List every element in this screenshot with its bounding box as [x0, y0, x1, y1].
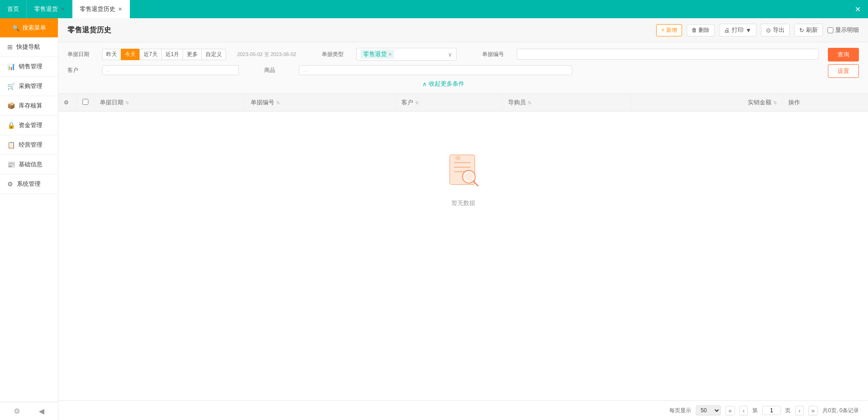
- col-checkbox: [77, 94, 94, 112]
- empty-state: 暂无数据: [58, 112, 868, 244]
- export-button[interactable]: ⊙ 导出: [761, 24, 790, 36]
- header-actions: + 新增 🗑 删除 🖨 打印 ▼ ⊙ 导出 ↻ 刷新 显示明细: [656, 24, 859, 36]
- quick-nav-icon: ⊞: [7, 43, 13, 51]
- top-bar: 首页 零售退货 ✕ 零售退货历史 ✕ ✕: [0, 0, 868, 18]
- last-page-button[interactable]: »: [808, 406, 818, 415]
- tab-retail-return-history[interactable]: 零售退货历史 ✕: [72, 0, 130, 18]
- goods-dots: ...: [303, 67, 308, 73]
- col-gear[interactable]: ⚙: [58, 94, 77, 112]
- tab-retail-return-close[interactable]: ✕: [61, 6, 65, 12]
- customer-filter-label: 客户: [67, 67, 95, 74]
- sidebar-menu: ⊞ 快捷导航 📊 销售管理 🛒 采购管理 📦 库存核算 🔒 资金管理 📋: [0, 37, 58, 402]
- date-sort-icon: ⇅: [125, 100, 129, 105]
- empty-illustration: [441, 148, 486, 194]
- col-action: 操作: [782, 94, 868, 112]
- doc-type-filter-label: 单据类型: [322, 51, 349, 58]
- print-icon: 🖨: [724, 27, 730, 34]
- sidebar-settings-button[interactable]: ⚙: [14, 407, 20, 415]
- date-btn-more[interactable]: 更多: [183, 49, 201, 60]
- sidebar-item-finance[interactable]: 🔒 资金管理: [0, 116, 58, 135]
- tab-home[interactable]: 首页: [0, 0, 27, 18]
- empty-text: 暂无数据: [452, 199, 475, 207]
- col-date[interactable]: 单据日期 ⇅: [94, 94, 245, 112]
- doc-type-tag: 零售退货 ×: [360, 50, 394, 59]
- per-page-label: 每页显示: [669, 407, 691, 415]
- sidebar-item-operations[interactable]: 📋 经营管理: [0, 135, 58, 155]
- doc-type-select[interactable]: 零售退货 × ∨: [356, 48, 457, 61]
- search-icon: 🔍: [12, 25, 20, 31]
- doc-no-filter-label: 单据编号: [482, 51, 509, 58]
- prev-page-button[interactable]: ‹: [740, 406, 748, 415]
- print-button[interactable]: 🖨 打印 ▼: [719, 24, 756, 36]
- page-unit-label: 页: [785, 407, 791, 415]
- new-button[interactable]: + 新增: [656, 24, 682, 36]
- sidebar-bottom: ⚙ ◀: [0, 402, 58, 420]
- sidebar: 🔍 搜索菜单 ⊞ 快捷导航 📊 销售管理 🛒 采购管理 📦 库存核算 🔒: [0, 18, 58, 420]
- filter-row-2: 客户 ... 商品 ...: [67, 65, 819, 75]
- date-btn-today[interactable]: 今天: [121, 49, 139, 60]
- tab-retail-return[interactable]: 零售退货 ✕: [27, 0, 72, 18]
- finance-icon: 🔒: [7, 122, 15, 129]
- filter-right-buttons: 查询 设置: [828, 48, 859, 78]
- sidebar-item-quick-nav[interactable]: ⊞ 快捷导航: [0, 37, 58, 57]
- refresh-icon: ↻: [799, 27, 804, 34]
- date-filter-buttons: 昨天 今天 近7天 近1月 更多 自定义: [102, 49, 226, 60]
- data-table: ⚙ 单据日期 ⇅ 单据编号: [58, 94, 868, 112]
- basic-info-icon: 📰: [7, 161, 15, 168]
- goods-select[interactable]: ...: [299, 65, 572, 75]
- show-details-label[interactable]: 显示明细: [827, 26, 859, 34]
- refresh-button[interactable]: ↻ 刷新: [794, 24, 823, 36]
- purchase-icon: 🛒: [7, 82, 15, 90]
- table-area: ⚙ 单据日期 ⇅ 单据编号: [58, 94, 868, 400]
- window-close-button[interactable]: ✕: [847, 5, 868, 14]
- filter-area: 单据日期 昨天 今天 近7天 近1月 更多 自定义 2023-06-02 至 2…: [58, 42, 868, 94]
- date-btn-7days[interactable]: 近7天: [139, 49, 161, 60]
- sidebar-item-sales-mgmt[interactable]: 📊 销售管理: [0, 57, 58, 77]
- svg-point-7: [455, 156, 461, 160]
- amount-sort-icon: ⇅: [773, 100, 777, 105]
- sidebar-collapse-button[interactable]: ◀: [39, 407, 44, 415]
- sidebar-item-basic-info[interactable]: 📰 基础信息: [0, 155, 58, 174]
- total-info: 共0页, 0条记录: [822, 407, 859, 415]
- collapse-button[interactable]: ∧ 收起更多条件: [67, 80, 819, 88]
- date-range-text: 2023-06-02 至 2023-06-02: [237, 51, 296, 58]
- date-btn-custom[interactable]: 自定义: [201, 49, 226, 60]
- pagination-bar: 每页显示 20 50 100 « ‹ 第 1 页 › » 共0页, 0条记录: [58, 400, 868, 420]
- tab-list: 首页 零售退货 ✕ 零售退货历史 ✕: [0, 0, 847, 18]
- doc-no-input[interactable]: [517, 49, 819, 60]
- sidebar-item-purchase-mgmt[interactable]: 🛒 采购管理: [0, 77, 58, 96]
- sidebar-item-inventory[interactable]: 📦 库存核算: [0, 96, 58, 116]
- guide-sort-icon: ⇅: [528, 100, 531, 105]
- query-button[interactable]: 查询: [828, 48, 859, 61]
- col-guide[interactable]: 导购员 ⇅: [503, 94, 632, 112]
- print-chevron-icon: ▼: [745, 27, 751, 34]
- date-filter-label: 单据日期: [67, 51, 95, 58]
- next-page-button[interactable]: ›: [795, 406, 803, 415]
- per-page-select[interactable]: 20 50 100: [696, 405, 721, 415]
- filter-row-1: 单据日期 昨天 今天 近7天 近1月 更多 自定义 2023-06-02 至 2…: [67, 48, 819, 61]
- page-title: 零售退货历史: [67, 26, 111, 35]
- tab-retail-return-history-close[interactable]: ✕: [118, 6, 122, 12]
- page-number-input[interactable]: 1: [762, 406, 781, 415]
- doc-type-tag-close[interactable]: ×: [389, 51, 391, 57]
- collapse-up-icon: ∧: [422, 81, 427, 87]
- main-layout: 🔍 搜索菜单 ⊞ 快捷导航 📊 销售管理 🛒 采购管理 📦 库存核算 🔒: [0, 18, 868, 420]
- date-btn-1month[interactable]: 近1月: [161, 49, 183, 60]
- delete-button[interactable]: 🗑 删除: [687, 24, 714, 36]
- col-amount[interactable]: 实销金额 ⇅: [632, 94, 782, 112]
- sidebar-item-system[interactable]: ⚙ 系统管理: [0, 174, 58, 194]
- svg-point-6: [465, 173, 473, 180]
- customer-sort-icon: ⇅: [415, 100, 419, 105]
- first-page-button[interactable]: «: [725, 406, 735, 415]
- doc-no-sort-icon: ⇅: [276, 100, 280, 105]
- content-area: 零售退货历史 + 新增 🗑 删除 🖨 打印 ▼ ⊙ 导出 ↻ 刷新: [58, 18, 868, 420]
- select-all-checkbox[interactable]: [82, 99, 88, 105]
- col-customer[interactable]: 客户 ⇅: [395, 94, 502, 112]
- col-doc-no[interactable]: 单据编号 ⇅: [245, 94, 395, 112]
- export-icon: ⊙: [766, 27, 771, 34]
- sidebar-search[interactable]: 🔍 搜索菜单: [0, 18, 58, 37]
- settings-button[interactable]: 设置: [828, 64, 859, 78]
- date-btn-yesterday[interactable]: 昨天: [102, 49, 121, 60]
- customer-select[interactable]: ...: [102, 65, 239, 75]
- show-details-checkbox[interactable]: [827, 27, 833, 33]
